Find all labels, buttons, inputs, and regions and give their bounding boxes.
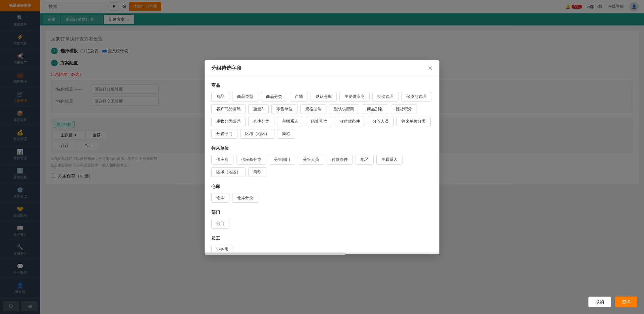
field-tag-2-0[interactable]: 仓库 — [211, 193, 229, 203]
field-tags-3: 部门 — [211, 219, 433, 229]
field-tag-0-11[interactable]: 规格型号 — [300, 104, 326, 114]
field-tag-0-9[interactable]: 重量3 — [248, 104, 269, 114]
field-tag-0-19[interactable]: 收付款条件 — [335, 117, 365, 126]
modal-header: 分组待选字段 ✕ — [205, 60, 439, 77]
modal-close-btn[interactable]: ✕ — [428, 65, 433, 72]
field-group-title-2: 仓库 — [211, 184, 433, 190]
bottom-cancel-btn[interactable]: 取消 — [588, 297, 611, 307]
field-tag-0-7[interactable]: 保质期管理 — [401, 92, 431, 102]
field-tag-0-15[interactable]: 税收分类编码 — [211, 117, 246, 126]
field-tags-0: 商品商品类型商品分类产地默认仓库主要供应商批次管理保质期管理客户商品编码重量3零… — [211, 92, 433, 139]
field-tag-0-8[interactable]: 客户商品编码 — [211, 104, 246, 114]
field-tag-1-4[interactable]: 付款条件 — [327, 155, 353, 165]
field-tag-0-6[interactable]: 批次管理 — [372, 92, 398, 102]
field-tag-0-3[interactable]: 产地 — [290, 92, 308, 102]
field-group-3: 部门部门 — [211, 209, 433, 229]
field-tag-1-5[interactable]: 地区 — [356, 155, 374, 165]
field-group-1: 往来单位供应商供应商分类分管部门分管人员付款条件地区主联系人区域（地区）简称 — [211, 145, 433, 177]
field-group-title-3: 部门 — [211, 209, 433, 215]
field-group-4: 员工业务员 — [211, 235, 433, 252]
modal-title: 分组待选字段 — [211, 65, 241, 71]
field-tag-0-16[interactable]: 仓库分类 — [248, 117, 274, 126]
field-group-title-1: 往来单位 — [211, 145, 433, 151]
field-tag-1-1[interactable]: 供应商分类 — [236, 155, 266, 165]
field-tag-0-5[interactable]: 主要供应商 — [339, 92, 370, 102]
field-tag-3-0[interactable]: 部门 — [211, 219, 229, 229]
field-tag-1-6[interactable]: 主联系人 — [376, 155, 402, 165]
modal-body[interactable]: 商品商品商品类型商品分类产地默认仓库主要供应商批次管理保质期管理客户商品编码重量… — [205, 77, 439, 252]
field-tag-4-0[interactable]: 业务员 — [211, 245, 233, 252]
modal: 分组待选字段 ✕ 商品商品商品类型商品分类产地默认仓库主要供应商批次管理保质期管… — [205, 60, 439, 254]
field-tag-1-7[interactable]: 区域（地区） — [211, 167, 246, 177]
modal-scrollbar-thumb — [205, 253, 345, 255]
field-tag-0-23[interactable]: 区域（地区） — [240, 129, 274, 139]
field-tag-0-0[interactable]: 商品 — [211, 92, 229, 102]
field-tag-0-22[interactable]: 分管部门 — [211, 129, 237, 139]
field-tags-2: 仓库仓库分类 — [211, 193, 433, 203]
field-tag-0-18[interactable]: 结算单位 — [306, 117, 332, 126]
field-tag-0-17[interactable]: 主联系人 — [277, 117, 303, 126]
field-tag-0-2[interactable]: 商品分类 — [261, 92, 287, 102]
field-tags-1: 供应商供应商分类分管部门分管人员付款条件地区主联系人区域（地区）简称 — [211, 155, 433, 177]
field-tag-0-1[interactable]: 商品类型 — [232, 92, 258, 102]
modal-scrollbar — [205, 252, 439, 254]
field-group-2: 仓库仓库仓库分类 — [211, 184, 433, 203]
bottom-confirm-btn[interactable]: 查询 — [615, 297, 637, 307]
field-tag-0-24[interactable]: 简称 — [277, 129, 295, 139]
field-group-title-0: 商品 — [211, 82, 433, 88]
field-tag-1-3[interactable]: 分管人员 — [298, 155, 324, 165]
field-tag-0-10[interactable]: 零售单位 — [271, 104, 298, 114]
field-tag-0-4[interactable]: 默认仓库 — [311, 92, 337, 102]
field-tag-0-21[interactable]: 往来单位分类 — [396, 117, 431, 126]
field-tag-0-13[interactable]: 商品别名 — [362, 104, 388, 114]
field-group-0: 商品商品商品类型商品分类产地默认仓库主要供应商批次管理保质期管理客户商品编码重量… — [211, 82, 433, 139]
field-tag-0-12[interactable]: 默认供应商 — [329, 104, 359, 114]
field-tag-1-2[interactable]: 分管部门 — [269, 155, 295, 165]
field-tag-2-1[interactable]: 仓库分类 — [232, 193, 258, 203]
field-tag-1-8[interactable]: 简称 — [248, 167, 266, 177]
field-tag-1-0[interactable]: 供应商 — [211, 155, 233, 165]
field-tag-0-20[interactable]: 分管人员 — [368, 117, 394, 126]
modal-overlay[interactable]: 分组待选字段 ✕ 商品商品商品类型商品分类产地默认仓库主要供应商批次管理保质期管… — [0, 0, 644, 314]
field-tag-0-14[interactable]: 拣货积分 — [391, 104, 417, 114]
field-tags-4: 业务员 — [211, 245, 433, 252]
field-group-title-4: 员工 — [211, 235, 433, 241]
